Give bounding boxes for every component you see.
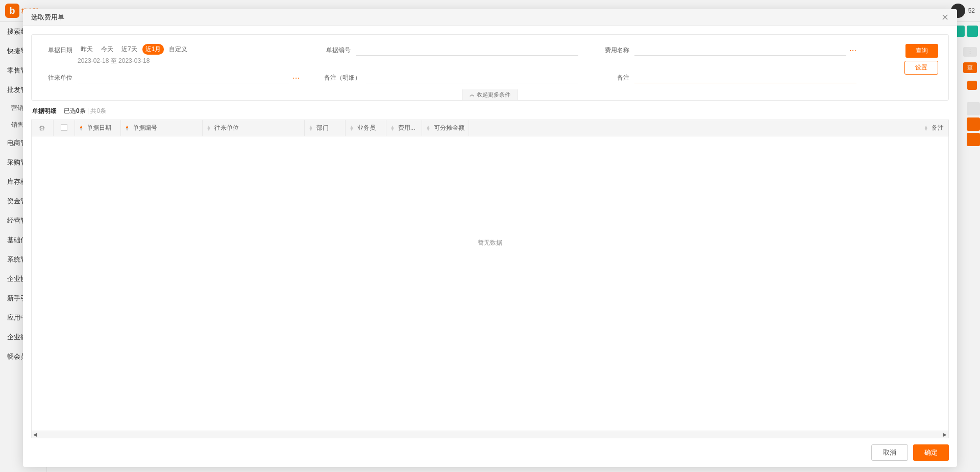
- close-icon[interactable]: ✕: [941, 13, 949, 22]
- settings-button[interactable]: 设置: [904, 61, 938, 75]
- search-button[interactable]: 查询: [905, 44, 938, 58]
- filter-panel: 单据日期 昨天 今天 近7天 近1月 自定义 2023-02-18 至 2023…: [31, 34, 949, 89]
- sort-icon: ▲▼: [426, 126, 431, 131]
- filter-party: 往来单位 ⋯: [42, 72, 300, 83]
- select-fee-modal: 选取费用单 ✕ 单据日期 昨天 今天 近7天 近1月 自定义: [23, 9, 957, 467]
- horizontal-scrollbar[interactable]: ◀ ▶: [32, 431, 948, 438]
- fee-label: 费用名称: [599, 44, 629, 55]
- sort-icon: ▲▼: [390, 126, 395, 131]
- remark-detail-label: 备注（明细）: [320, 72, 361, 82]
- remark-input[interactable]: [634, 72, 856, 83]
- detail-header: 单据明细 已选0条 | 共0条: [23, 101, 957, 120]
- date-label: 单据日期: [42, 44, 72, 55]
- date-opt-7d[interactable]: 近7天: [118, 44, 140, 55]
- modal-title: 选取费用单: [31, 13, 64, 22]
- cancel-button[interactable]: 取消: [871, 444, 908, 461]
- col-fee[interactable]: ▲▼ 费用...: [386, 120, 422, 136]
- scroll-right-icon[interactable]: ▶: [941, 432, 948, 437]
- sort-icon: ▲▼: [125, 126, 130, 131]
- ok-button[interactable]: 确定: [913, 444, 949, 461]
- fee-input[interactable]: [634, 44, 846, 56]
- empty-text: 暂无数据: [32, 136, 948, 350]
- modal-footer: 取消 确定: [23, 438, 957, 467]
- selected-prefix: 已选: [64, 107, 76, 114]
- fee-table: ⚙ ▲▼ 单据日期 ▲▼ 单据编号: [32, 120, 948, 349]
- code-label: 单据编号: [320, 44, 351, 55]
- more-icon[interactable]: ⋯: [292, 74, 300, 83]
- col-remark[interactable]: ▲▼ 备注: [469, 120, 948, 136]
- filter-date: 单据日期 昨天 今天 近7天 近1月 自定义 2023-02-18 至 2023…: [42, 44, 300, 65]
- sort-icon: ▲▼: [79, 126, 84, 131]
- party-label: 往来单位: [42, 72, 72, 82]
- col-operator[interactable]: ▲▼ 业务员: [345, 120, 386, 136]
- modal-body: 单据日期 昨天 今天 近7天 近1月 自定义 2023-02-18 至 2023…: [23, 26, 957, 467]
- filter-remark-detail: 备注（明细）: [320, 72, 578, 83]
- col-amount[interactable]: ▲▼ 可分摊金额: [422, 120, 469, 136]
- date-options: 昨天 今天 近7天 近1月 自定义: [78, 44, 300, 55]
- remark-detail-input[interactable]: [366, 72, 578, 83]
- chevron-up-icon: ︽: [470, 91, 475, 98]
- collapse-button[interactable]: ︽ 收起更多条件: [462, 89, 518, 101]
- remark-label: 备注: [599, 72, 629, 82]
- col-code[interactable]: ▲▼ 单据编号: [120, 120, 202, 136]
- selected-count-wrap: 已选0条 | 共0条: [64, 107, 106, 115]
- selected-suffix: 条: [80, 107, 86, 114]
- sort-icon: ▲▼: [350, 126, 354, 131]
- party-input[interactable]: [78, 72, 289, 83]
- col-settings[interactable]: ⚙: [32, 120, 53, 136]
- collapse-label: 收起更多条件: [477, 91, 510, 99]
- col-date[interactable]: ▲▼ 单据日期: [75, 120, 120, 136]
- sort-icon: ▲▼: [309, 126, 313, 131]
- empty-row: 暂无数据: [32, 136, 948, 350]
- code-input[interactable]: [356, 44, 578, 56]
- date-opt-1m[interactable]: 近1月: [142, 44, 164, 55]
- table-wrap: ⚙ ▲▼ 单据日期 ▲▼ 单据编号: [31, 120, 949, 438]
- collapse-bar: ︽ 收起更多条件: [31, 89, 949, 101]
- detail-title: 单据明细: [32, 107, 57, 115]
- date-opt-custom[interactable]: 自定义: [166, 44, 190, 55]
- filter-remark: 备注: [599, 72, 856, 83]
- col-dept[interactable]: ▲▼ 部门: [304, 120, 345, 136]
- total-count: 共0条: [90, 107, 106, 114]
- scroll-track[interactable]: [39, 432, 941, 437]
- gear-icon: ⚙: [39, 124, 45, 132]
- more-icon[interactable]: ⋯: [849, 46, 856, 56]
- checkbox-all[interactable]: [61, 124, 67, 131]
- scroll-left-icon[interactable]: ◀: [32, 432, 39, 437]
- modal-header: 选取费用单 ✕: [23, 9, 957, 26]
- col-checkbox[interactable]: [53, 120, 75, 136]
- sort-icon: ▲▼: [207, 126, 211, 131]
- col-party[interactable]: ▲▼ 往来单位: [202, 120, 304, 136]
- sort-icon: ▲▼: [924, 126, 928, 131]
- filter-code: 单据编号: [320, 44, 578, 56]
- selected-count: 0: [76, 107, 80, 114]
- filter-fee-name: 费用名称 ⋯: [599, 44, 856, 56]
- date-opt-yesterday[interactable]: 昨天: [78, 44, 96, 55]
- date-range: 2023-02-18 至 2023-03-18: [78, 57, 300, 65]
- date-opt-today[interactable]: 今天: [98, 44, 116, 55]
